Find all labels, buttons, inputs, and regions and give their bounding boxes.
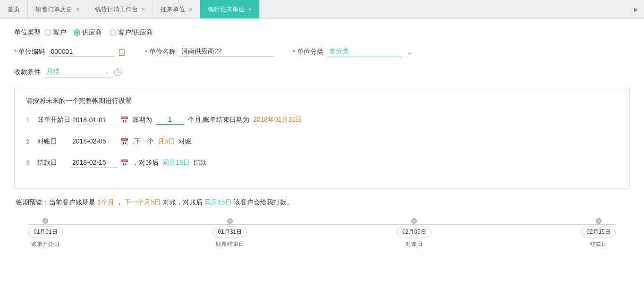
step-1-period-highlight: 2018年01月31日 (253, 116, 302, 124)
tab-sales-history[interactable]: 销售订单历史 × (28, 0, 87, 18)
tab-scroll-arrow[interactable]: ► (628, 0, 644, 18)
collection-label: 收款条件 (14, 68, 41, 76)
unit-code-group: * 单位编码 📋 (14, 47, 126, 57)
preview-text: 账期预览：当前客户账期是 1个月 ， 下一个月5日 对账，对账后 同月15日 该… (14, 198, 630, 207)
timeline-label-4: 结款日 (590, 240, 607, 248)
step-2-label: 对账日 (37, 137, 70, 146)
timeline-pill-2: 01月31日 (212, 227, 247, 237)
unit-code-label: 单位编码 (18, 48, 45, 56)
step-2-num: 2 (26, 138, 37, 145)
unit-class-dropdown-icon[interactable]: ⌄ (407, 47, 413, 56)
radio-supplier[interactable]: 供应商 (74, 28, 102, 37)
step-3-date-input[interactable] (70, 158, 118, 168)
step-2-highlight: 月5日 (158, 137, 175, 146)
tab-sales-history-close[interactable]: × (76, 6, 79, 13)
step-1-period-input[interactable] (156, 115, 184, 125)
step-1-period-unit: 个月,账单结束日期为 (188, 116, 249, 124)
unit-info-row: * 单位编码 📋 * 单位名称 * 单位分类 未分类 ⌄ (14, 46, 630, 57)
tab-home-label: 首页 (8, 5, 20, 14)
timeline-container: 01月01日 账单开始日 01月31日 账单结束日 02月05日 对账日 (14, 218, 630, 248)
tab-edit-partner-close[interactable]: × (248, 6, 252, 13)
radio-customer[interactable]: 客户 (44, 28, 66, 37)
step-2-cal-icon[interactable]: 📅 (120, 138, 128, 145)
step-3-prefix: ，对账后 (132, 159, 159, 167)
timeline-label-3: 对账日 (406, 240, 423, 248)
tab-cash-work[interactable]: 钱货日清工作台 × (87, 0, 153, 18)
step-3-label: 结款日 (37, 159, 70, 167)
step-1-num: 1 (26, 116, 37, 124)
collection-value: 月结 (46, 68, 103, 76)
collection-select[interactable]: 月结 ⌄ (44, 67, 110, 77)
radio-customer-supplier-circle (110, 29, 116, 36)
tabs-bar: 首页 销售订单历史 × 钱货日清工作台 × 往来单位 × 编辑往来单位 × ► (0, 0, 644, 19)
step-3-highlight: 同月15日 (162, 159, 190, 167)
tab-cash-work-label: 钱货日清工作台 (95, 5, 138, 14)
preview-part2: 下一个月5日 (124, 198, 161, 206)
timeline-track: 01月01日 账单开始日 01月31日 账单结束日 02月05日 对账日 (28, 218, 616, 248)
radio-customer-supplier[interactable]: 客户/供应商 (110, 28, 153, 37)
radio-supplier-circle (74, 29, 80, 36)
timeline-pill-1: 01月01日 (28, 227, 63, 237)
settings-card: 请按照未来的一个完整帐期进行设置 1 账单开始日 📅 账期为 个月,账单结束日期… (14, 87, 630, 189)
settings-card-title: 请按照未来的一个完整帐期进行设置 (26, 97, 618, 105)
unit-name-label: 单位名称 (149, 48, 176, 56)
timeline-pill-4: 02月15日 (581, 227, 616, 237)
unit-name-group: * 单位名称 (144, 47, 273, 57)
unit-class-value: 未分类 (329, 47, 401, 56)
step-1-cal-icon[interactable]: 📅 (120, 116, 128, 124)
timeline-line (28, 224, 616, 225)
timeline-dot-1 (42, 218, 48, 224)
step-3-suffix: 结款 (194, 159, 207, 167)
timeline-point-1: 01月01日 账单开始日 (28, 218, 63, 248)
radio-customer-label: 客户 (53, 28, 66, 37)
preview-part3-suffix: 该客户会给我打款。 (234, 198, 293, 206)
unit-type-label: 单位类型 (14, 28, 41, 37)
timeline-label-1: 账单开始日 (31, 240, 59, 248)
radio-customer-circle (44, 29, 51, 36)
unit-class-star: * (293, 48, 295, 56)
unit-class-select[interactable]: 未分类 (327, 46, 403, 57)
tab-partner[interactable]: 往来单位 × (153, 0, 200, 18)
tab-partner-label: 往来单位 (161, 5, 185, 14)
preview-part3: 同月15日 (204, 198, 232, 206)
unit-name-input[interactable] (179, 47, 274, 57)
tab-edit-partner-label: 编辑往来单位 (208, 5, 245, 14)
step-2-prefix: ,下一个 (132, 137, 154, 146)
unit-code-input[interactable] (49, 47, 115, 57)
unit-class-group: * 单位分类 未分类 ⌄ (293, 46, 413, 57)
radio-customer-supplier-label: 客户/供应商 (118, 28, 153, 37)
collection-chevron-icon: ⌄ (105, 69, 109, 75)
timeline-dot-2 (227, 218, 233, 224)
timeline-pill-3: 02月05日 (397, 227, 432, 237)
tab-cash-work-close[interactable]: × (142, 6, 145, 13)
unit-type-radio-group: 客户 供应商 客户/供应商 (44, 28, 153, 37)
page-content: 单位类型 客户 供应商 客户/供应商 * 单位编码 📋 * 单位名称 (0, 19, 644, 287)
step-1-row: 1 账单开始日 📅 账期为 个月,账单结束日期为 2018年01月31日 (26, 115, 618, 125)
tab-sales-history-label: 销售订单历史 (35, 5, 72, 14)
timeline-label-2: 账单结束日 (216, 240, 244, 248)
step-1-label: 账单开始日 (37, 116, 70, 124)
tab-partner-close[interactable]: × (189, 6, 192, 13)
step-3-row: 3 结款日 📅 ，对账后 同月15日 结款 (26, 158, 618, 168)
timeline-point-2: 01月31日 账单结束日 (212, 218, 247, 248)
step-3-num: 3 (26, 159, 37, 167)
unit-code-star: * (14, 48, 17, 56)
timeline-point-3: 02月05日 对账日 (397, 218, 432, 248)
timeline-point-4: 02月15日 结款日 (581, 218, 616, 248)
step-1-date-input[interactable] (70, 115, 118, 125)
radio-supplier-label: 供应商 (82, 28, 102, 37)
tab-edit-partner[interactable]: 编辑往来单位 × (200, 0, 260, 18)
step-2-suffix: 对账 (178, 137, 192, 146)
timeline-dot-3 (411, 218, 417, 224)
collection-row: 收款条件 月结 ⌄ ? (14, 67, 630, 77)
step-2-date-input[interactable] (70, 136, 118, 146)
unit-code-copy-icon[interactable]: 📋 (118, 48, 126, 56)
preview-part1: 1个月 (97, 198, 114, 206)
tab-home[interactable]: 首页 (0, 0, 28, 18)
unit-class-label: 单位分类 (297, 48, 323, 56)
preview-label: 账期预览：当前客户账期是 (16, 198, 95, 206)
step-2-row: 2 对账日 📅 ,下一个 月5日 对账 (26, 136, 618, 146)
collection-help-icon[interactable]: ? (114, 68, 122, 76)
preview-part1-sep: ， (116, 198, 123, 206)
step-3-cal-icon[interactable]: 📅 (120, 159, 128, 167)
